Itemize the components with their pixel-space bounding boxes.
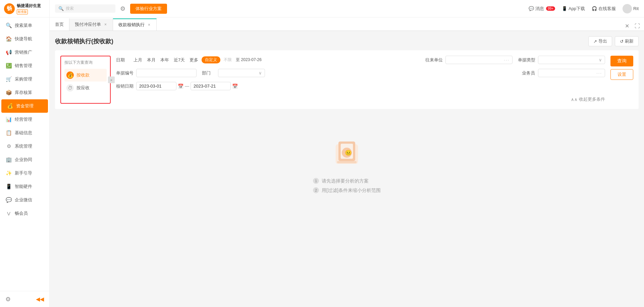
verify-date-field: 核销日期 📅 — 📅 <box>116 82 238 90</box>
action-btns: 查询 设置 <box>610 56 633 80</box>
form-row-1: 日期 上月本月本年近7天更多自定义 不限 至 2023-07-26 往来单位 ·… <box>116 56 605 64</box>
staff-label: 业务员 <box>522 70 535 76</box>
tab-prepay[interactable]: 预付冲应付单 × <box>69 18 113 31</box>
collapse-sidebar-icon[interactable]: ◀◀ <box>36 296 44 302</box>
empty-illustration: 😐 <box>330 136 364 169</box>
topbar-gear-icon[interactable]: ⚙ <box>119 4 127 14</box>
logo-text: 畅捷通好生意 标准版 <box>17 3 41 14</box>
sidebar-icon-member: V <box>5 210 12 217</box>
partner-label: 往来单位 <box>425 57 443 63</box>
cal-icon-end[interactable]: 📅 <box>232 84 238 89</box>
filter-option-by_receipt[interactable]: 💰 按收款 <box>64 69 107 82</box>
message-btn[interactable]: 💬 消息 99+ <box>529 6 555 12</box>
dept-select[interactable]: ∨ <box>218 69 265 77</box>
date-shortcut-本年[interactable]: 本年 <box>159 56 170 64</box>
svg-rect-5 <box>337 161 357 163</box>
sidebar-item-member[interactable]: V 畅会员 <box>0 207 49 220</box>
doctype-select[interactable]: ∨ <box>538 56 605 64</box>
staff-input-wrapper[interactable]: ··· <box>538 69 605 77</box>
sidebar-item-finance[interactable]: 💰 资金管理 <box>1 99 48 113</box>
sidebar-item-purchase[interactable]: 🛒 采购管理 <box>0 72 49 86</box>
sidebar-icon-finance: 💰 <box>7 103 13 109</box>
tab-home[interactable]: 首页 <box>50 18 69 31</box>
partner-input-wrapper[interactable]: ··· <box>445 56 513 64</box>
partner-input[interactable] <box>448 57 504 62</box>
verify-date-start[interactable] <box>136 82 176 90</box>
staff-dots: ··· <box>596 70 602 75</box>
sidebar-icon-inventory: 📦 <box>5 89 12 96</box>
date-shortcut-本月[interactable]: 本月 <box>146 56 157 64</box>
sidebar-label-sales: 销售管理 <box>15 63 32 69</box>
dept-label: 部门 <box>202 70 215 76</box>
sidebar-label-search-menu: 搜索菜单 <box>15 22 32 29</box>
customer-service-btn[interactable]: 🎧 在线客服 <box>592 6 616 12</box>
message-badge: 99+ <box>546 6 555 11</box>
sidebar-item-basic-info[interactable]: 📋 基础信息 <box>0 126 49 140</box>
query-btn[interactable]: 查询 <box>610 56 633 66</box>
dept-field: 部门 ∨ <box>202 69 265 77</box>
sidebar-item-guide[interactable]: ✨ 新手引导 <box>0 166 49 180</box>
sidebar: 畅 畅捷通好生意 标准版 🔍 搜索菜单 🏠 快捷导航 📢 营销推广 💹 销售管理… <box>0 0 50 307</box>
collapse-btn[interactable]: ∧∧ 收起更多条件 <box>116 95 605 104</box>
tab-expand-icon[interactable]: ⛶ <box>633 22 641 31</box>
dept-arrow: ∨ <box>259 70 262 75</box>
settings-icon[interactable]: ⚙ <box>5 296 11 303</box>
topbar-search-box[interactable]: 🔍 搜索 <box>55 4 115 13</box>
export-btn[interactable]: ↗ 导出 <box>588 36 612 46</box>
sidebar-item-marketing[interactable]: 📢 营销推广 <box>0 46 49 59</box>
docno-input[interactable] <box>136 69 197 77</box>
refresh-icon: ↺ <box>620 39 624 44</box>
tab-receipt-verify[interactable]: 收款核销执行 × <box>113 18 157 31</box>
sidebar-icon-quick-nav: 🏠 <box>5 36 12 42</box>
cal-icon-start[interactable]: 📅 <box>178 84 183 89</box>
doctype-label: 单据类型 <box>518 57 535 63</box>
service-icon: 🎧 <box>592 6 597 11</box>
tab-close-1[interactable]: × <box>104 21 107 28</box>
sidebar-item-system[interactable]: ⚙ 系统管理 <box>0 140 49 153</box>
refresh-btn[interactable]: ↺ 刷新 <box>615 36 639 46</box>
date-shortcut-上月[interactable]: 上月 <box>132 56 144 64</box>
search-icon: 🔍 <box>58 6 64 11</box>
date-shortcuts: 上月本月本年近7天更多自定义 <box>132 56 220 64</box>
sidebar-item-business[interactable]: 📊 经营管理 <box>0 113 49 126</box>
tab-close-window-icon[interactable]: ✕ <box>624 21 631 31</box>
user-avatar <box>623 4 632 13</box>
staff-input[interactable] <box>541 70 596 75</box>
tabbar: 首页 预付冲应付单 × 收款核销执行 × ✕ ⛶ <box>50 17 644 31</box>
sidebar-item-inventory[interactable]: 📦 库存核算 <box>0 86 49 99</box>
sidebar-label-purchase: 采购管理 <box>15 76 32 82</box>
verify-date-end[interactable] <box>191 82 231 90</box>
logo-icon: 畅 <box>4 3 15 14</box>
date-shortcut-更多[interactable]: 更多 <box>188 56 200 64</box>
verify-date-label: 核销日期 <box>116 83 133 89</box>
user-area[interactable]: Rit <box>623 4 639 13</box>
collapse-icon: ∧∧ <box>571 97 578 102</box>
sidebar-icon-business: 📊 <box>5 116 12 123</box>
sidebar-label-guide: 新手引导 <box>15 170 32 176</box>
industry-btn[interactable]: 体验行业方案 <box>130 4 167 14</box>
sidebar-item-sales[interactable]: 💹 销售管理 <box>0 59 49 72</box>
form-fields: 日期 上月本月本年近7天更多自定义 不限 至 2023-07-26 往来单位 ·… <box>116 56 605 104</box>
sidebar-item-search-menu[interactable]: 🔍 搜索菜单 <box>0 19 49 32</box>
empty-tips: 1 请先选择要分析的方案 2 用[过滤]条件来缩小分析范围 <box>313 176 381 195</box>
tab-actions: ✕ ⛶ <box>624 21 644 31</box>
filter-option-label-by_receipt: 按收款 <box>76 72 90 78</box>
date-shortcut-近7天[interactable]: 近7天 <box>172 56 186 64</box>
filter-option-by_receivable[interactable]: ⏱ 按应收 <box>64 82 107 94</box>
sidebar-item-wechat[interactable]: 💬 企业微信 <box>0 193 49 207</box>
sidebar-item-quick-nav[interactable]: 🏠 快捷导航 <box>0 32 49 46</box>
sidebar-label-member: 畅会员 <box>15 210 28 216</box>
tab-close-2[interactable]: × <box>147 22 151 28</box>
date-shortcut-自定义[interactable]: 自定义 <box>202 56 220 63</box>
app-download-btn[interactable]: 📱 App下载 <box>562 6 585 12</box>
sidebar-icon-purchase: 🛒 <box>5 76 12 83</box>
sidebar-icon-basic-info: 📋 <box>5 130 12 136</box>
sidebar-icon-wechat: 💬 <box>5 197 12 203</box>
filter-option-icon-by_receivable: ⏱ <box>66 84 74 92</box>
filter-toggle-btn[interactable]: « <box>108 76 115 83</box>
setting-btn[interactable]: 设置 <box>610 69 633 80</box>
sidebar-item-enterprise[interactable]: 🏢 企业协同 <box>0 153 49 166</box>
sidebar-label-enterprise: 企业协同 <box>15 157 32 163</box>
docno-label: 单据编号 <box>116 70 133 76</box>
sidebar-item-hardware[interactable]: 📱 智能硬件 <box>0 180 49 193</box>
